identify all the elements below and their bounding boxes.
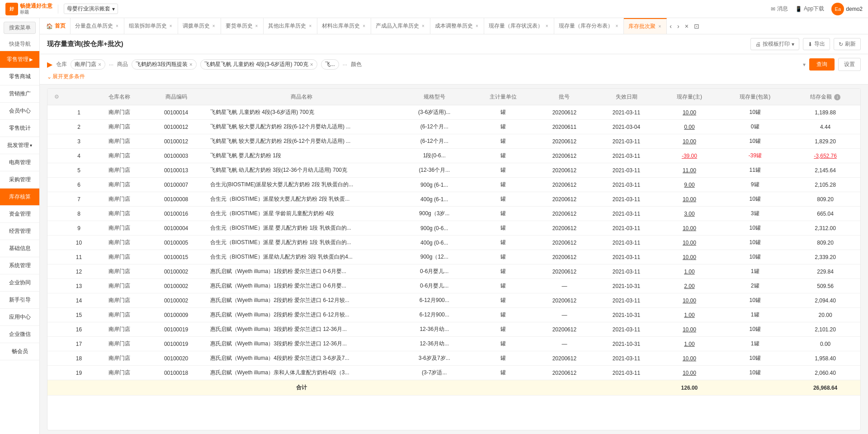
app-download-btn[interactable]: 📱 App下载 xyxy=(795,5,824,13)
settings-btn[interactable]: 设置 xyxy=(838,58,861,71)
close-tab-fen-pan[interactable]: × xyxy=(115,24,119,28)
row-stock-main[interactable]: 1.00 xyxy=(659,337,720,351)
sidebar-item-ops[interactable]: 经营管理 xyxy=(0,223,39,240)
row-stock-main[interactable]: -39.00 xyxy=(659,149,720,163)
balance-info-icon[interactable]: i xyxy=(834,94,840,100)
refresh-btn[interactable]: ↻ 刷新 xyxy=(834,38,861,50)
sidebar-item-vip[interactable]: 畅会员 xyxy=(0,343,39,360)
row-gear xyxy=(47,366,66,380)
row-stock-main[interactable]: 1.00 xyxy=(659,264,720,279)
row-stock-main[interactable]: 10.00 xyxy=(659,221,720,236)
sidebar-item-retail-store[interactable]: 零售商城 xyxy=(0,68,39,85)
search-btn[interactable]: 查询 xyxy=(809,58,835,71)
tab-home[interactable]: 🏠首页 xyxy=(42,18,71,34)
tab-cai-liao[interactable]: 材料出库单历史× xyxy=(317,18,371,34)
sidebar-item-basic[interactable]: 基础信息 xyxy=(0,240,39,257)
sidebar-item-guide[interactable]: 新手引导 xyxy=(0,292,39,309)
template-print-btn[interactable]: 🖨 按模板打印 ▾ xyxy=(750,38,799,50)
tab-chan-pin-ru[interactable]: 产成品入库单历史× xyxy=(371,18,430,34)
close-tab-xian-cun-1[interactable]: × xyxy=(545,24,549,28)
row-stock-main[interactable]: 10.00 xyxy=(659,192,720,207)
sidebar-item-purchase[interactable]: 采购管理 xyxy=(0,171,39,189)
row-stock-main[interactable]: 0.00 xyxy=(659,120,720,134)
close-tab-xian-cun-2[interactable]: × xyxy=(615,24,619,28)
close-tab-cheng-ben[interactable]: × xyxy=(475,24,479,28)
row-code: 00100009 xyxy=(147,308,206,322)
sidebar-item-member[interactable]: 会员中心 xyxy=(0,103,39,120)
tab-menu-btn[interactable]: ⊡ xyxy=(691,23,702,30)
warehouse-more-btn[interactable]: ··· xyxy=(109,61,113,68)
row-index: 6 xyxy=(66,178,92,192)
row-name: 惠氏启赋（Wyeth illuma）1段奶粉 爱尔兰进口 0-6月婴... xyxy=(206,279,398,293)
row-stock-main[interactable]: 10.00 xyxy=(659,250,720,264)
product-filter-tag1[interactable]: 飞鹤奶粉3段丙瓶提装 × xyxy=(132,59,197,70)
remove-product-tag2[interactable]: × xyxy=(310,61,313,68)
tab-close-all-btn[interactable]: × xyxy=(682,23,691,30)
close-tab-tiao-bo[interactable]: × xyxy=(212,24,216,28)
row-stock-main[interactable]: 10.00 xyxy=(659,322,720,337)
row-expire: 2021-03-11 xyxy=(594,149,659,163)
close-tab-chan-pin-ru[interactable]: × xyxy=(421,24,425,28)
row-stock-main[interactable]: 9.00 xyxy=(659,178,720,192)
warehouse-select[interactable]: 母婴行业演示账套 ▾ xyxy=(64,4,118,14)
tab-xian-cun-1[interactable]: 现存量（库存状况表）× xyxy=(484,18,554,34)
tab-zu-chai[interactable]: 组装拆卸单历史× xyxy=(124,18,178,34)
remove-warehouse-tag[interactable]: × xyxy=(98,61,101,68)
top-bar-left: 好 畅捷通好生意 标题 母婴行业演示账套 ▾ xyxy=(5,3,118,15)
sidebar-item-enterprise[interactable]: 企业协同 xyxy=(0,274,39,292)
remove-product-tag1[interactable]: × xyxy=(189,61,193,68)
quick-nav-btn[interactable]: 快捷导航 xyxy=(0,38,39,51)
close-tab-zu-chai[interactable]: × xyxy=(169,24,173,28)
sidebar-item-finance[interactable]: 资金管理 xyxy=(0,206,39,223)
sidebar-item-mkt[interactable]: 营销推广 xyxy=(0,85,39,103)
product-more-btn[interactable]: ··· xyxy=(343,61,347,68)
tab-cheng-ben[interactable]: 成本调整单历史× xyxy=(430,18,484,34)
close-tab-qi-ta-chu[interactable]: × xyxy=(308,24,312,28)
close-tab-yao-huo[interactable]: × xyxy=(255,24,259,28)
user-area[interactable]: Ea demo2 xyxy=(831,3,863,15)
message-btn[interactable]: ✉ 消息 xyxy=(771,5,788,13)
sidebar-item-apps[interactable]: 应用中心 xyxy=(0,309,39,326)
row-stock-main[interactable]: 10.00 xyxy=(659,236,720,250)
sidebar-item-inventory[interactable]: 库存核算 xyxy=(0,189,39,206)
tab-tiao-bo[interactable]: 调拨单历史× xyxy=(178,18,221,34)
export-btn[interactable]: ⬇ 导出 xyxy=(803,38,830,50)
expand-more-btn[interactable]: ⌄ 展开更多条件 xyxy=(47,73,861,80)
row-stock-main[interactable]: 1.00 xyxy=(659,308,720,322)
close-tab-ku-cun-pi[interactable]: × xyxy=(657,24,662,29)
row-stock-main[interactable]: 10.00 xyxy=(659,366,720,380)
row-batch: 20200612 xyxy=(535,264,594,279)
sidebar-item-weixin[interactable]: 企业微信 xyxy=(0,326,39,343)
sidebar-item-wholesale[interactable]: 批发管理▾ xyxy=(0,137,39,154)
close-tab-cai-liao[interactable]: × xyxy=(362,24,366,28)
row-warehouse: 南岸门店 xyxy=(92,105,146,120)
tab-ku-cun-pi[interactable]: 库存批次聚× xyxy=(624,18,667,34)
sidebar-item-retail-mgmt[interactable]: 零售管理 ▶ xyxy=(0,51,39,68)
tab-qi-ta-chu[interactable]: 其他出库单历史× xyxy=(264,18,317,34)
sidebar-item-retail-stat[interactable]: 零售统计 xyxy=(0,120,39,137)
tab-fen-pan[interactable]: 分量盘点单历史× xyxy=(71,18,124,34)
row-stock-main[interactable]: 10.00 xyxy=(659,293,720,308)
tab-xian-cun-2[interactable]: 现存量（库存分布表）× xyxy=(554,18,624,34)
dropdown-arrow-icon: ▾ xyxy=(792,41,794,47)
sidebar-item-system[interactable]: 系统管理 xyxy=(0,257,39,274)
tab-next-btn[interactable]: › xyxy=(675,23,682,30)
tab-yao-huo[interactable]: 要货单历史× xyxy=(221,18,264,34)
row-stock-main[interactable]: 10.00 xyxy=(659,351,720,366)
search-menu-btn[interactable]: 搜索菜单 xyxy=(4,22,36,34)
row-stock-main[interactable]: 2.00 xyxy=(659,279,720,293)
product-filter-tag2[interactable]: 飞鹤星飞帆 儿童奶粉 4段(3-6岁适用) 700克 × xyxy=(200,59,317,70)
color-dropdown-arrow[interactable]: ▾ xyxy=(803,61,806,68)
warehouse-filter-tag[interactable]: 南岸门店 × xyxy=(71,59,105,70)
row-stock-main[interactable]: 10.00 xyxy=(659,105,720,120)
product-filter-tag-more[interactable]: 飞... xyxy=(321,59,339,70)
row-code: 00100013 xyxy=(147,163,206,178)
gear-icon[interactable]: ⚙ xyxy=(52,92,61,101)
tab-prev-btn[interactable]: ‹ xyxy=(667,23,675,30)
row-stock-main[interactable]: 11.00 xyxy=(659,163,720,178)
table-header-row: ⚙ 仓库名称 商品编码 商品名称 规格型号 主计量单位 批号 失效日期 现存量(… xyxy=(47,89,860,105)
sidebar-item-ecom[interactable]: 电商管理 xyxy=(0,154,39,171)
filter-expand-arrow[interactable]: ▶ xyxy=(47,60,52,69)
row-stock-main[interactable]: 10.00 xyxy=(659,134,720,149)
row-stock-main[interactable]: 3.00 xyxy=(659,207,720,221)
